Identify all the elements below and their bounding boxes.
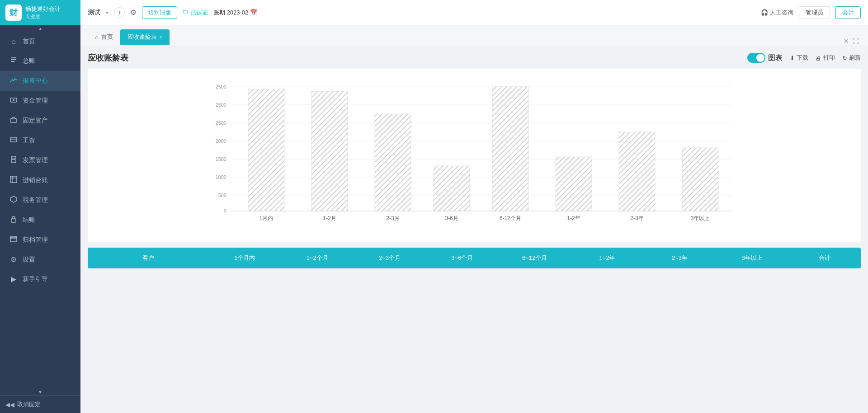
refresh-icon: ↻	[842, 55, 847, 61]
tab-close-window-icon[interactable]: ✕	[844, 38, 849, 45]
svg-rect-2	[11, 61, 14, 62]
old-version-button[interactable]: 切到旧版	[142, 6, 177, 19]
page-actions: 图表 ⬇ 下载 🖨 打印 ↻ 刷新	[747, 53, 861, 63]
download-icon: ⬇	[790, 55, 795, 61]
tab-aging-report[interactable]: 应收账龄表 ×	[120, 29, 170, 45]
assets-icon	[9, 116, 18, 125]
sidebar: 财 畅捷通好会计 专业版 ▲ ⌂ 首页 总账 报表中心 资金管理	[0, 0, 80, 413]
svg-text:1-2月: 1-2月	[323, 215, 336, 221]
download-button[interactable]: ⬇ 下载	[790, 54, 808, 62]
tab-close-icon[interactable]: ×	[160, 34, 162, 40]
svg-rect-0	[11, 57, 16, 58]
settings-icon: ⚙	[9, 255, 18, 264]
certified-badge: 🛡 已认证	[183, 9, 208, 17]
add-workspace-button[interactable]: +	[114, 7, 125, 18]
tabbar: ⌂ 首页 应收账龄表 × ✕ ⛶	[80, 25, 868, 45]
sidebar-item-settings[interactable]: ⚙ 设置	[0, 250, 80, 269]
shield-icon: 🛡	[183, 9, 189, 16]
svg-text:6-12个月: 6-12个月	[500, 215, 521, 221]
table-header-cell-5: 6~12个月	[498, 248, 571, 268]
svg-text:0: 0	[224, 208, 226, 213]
refresh-button[interactable]: ↻ 刷新	[842, 54, 861, 62]
logo-icon: 财	[5, 5, 22, 21]
sidebar-scroll-down[interactable]: ▼	[0, 389, 80, 395]
svg-rect-11	[10, 176, 17, 183]
sidebar-item-assets[interactable]: 固定资产	[0, 111, 80, 131]
page-header: 应收账龄表 图表 ⬇ 下载 🖨 打印 ↻ 刷新	[88, 52, 861, 63]
bar-3plus-year	[682, 148, 718, 211]
svg-text:2500: 2500	[216, 120, 226, 126]
closing-icon	[9, 216, 18, 225]
home-tab-icon: ⌂	[95, 34, 99, 41]
sidebar-item-sales[interactable]: 进销台账	[0, 170, 80, 190]
topbar: 测试 ▾ + ⚙ 切到旧版 🛡 已认证 账期 2023-02 📅 🎧 人工咨询 …	[80, 0, 868, 25]
workspace-chevron-icon[interactable]: ▾	[106, 9, 108, 16]
table-header-cell-4: 3~6个月	[426, 248, 498, 268]
svg-point-4	[13, 99, 14, 101]
table-header-cell-0: 客户	[88, 248, 208, 268]
chart-panel: 2500 2500 2500 2000 1500 1000 500 0	[88, 69, 861, 242]
pin-icon: ◀◀	[5, 401, 14, 408]
accountant-button[interactable]: 会计	[835, 6, 861, 19]
print-icon: 🖨	[816, 55, 821, 61]
tab-home[interactable]: ⌂ 首页	[88, 29, 120, 45]
svg-text:1500: 1500	[216, 156, 226, 162]
sidebar-item-archive[interactable]: 归档管理	[0, 230, 80, 250]
svg-text:2000: 2000	[216, 138, 226, 144]
app-logo: 财 畅捷通好会计 专业版	[0, 0, 80, 25]
sidebar-item-payroll[interactable]: 工资	[0, 131, 80, 150]
invoice-icon	[9, 156, 18, 165]
sidebar-item-closing[interactable]: 结账	[0, 210, 80, 230]
sidebar-item-tax[interactable]: 税务管理	[0, 190, 80, 210]
cancel-fixed-btn[interactable]: ◀◀ 取消固定	[0, 395, 80, 413]
page-content: 应收账龄表 图表 ⬇ 下载 🖨 打印 ↻ 刷新	[80, 45, 868, 413]
guide-icon: ▶	[9, 275, 18, 283]
svg-rect-1	[11, 59, 16, 60]
sidebar-item-ledger[interactable]: 总账	[0, 51, 80, 71]
sidebar-item-invoice[interactable]: 发票管理	[0, 150, 80, 170]
table-header-cell-2: 1~2个月	[281, 248, 354, 268]
bar-3-6month	[434, 166, 470, 211]
table-header-cell-9: 合计	[788, 248, 861, 268]
reports-icon	[9, 76, 18, 85]
archive-icon	[9, 235, 18, 244]
sidebar-item-funds[interactable]: 资金管理	[0, 91, 80, 111]
page-title: 应收账龄表	[88, 52, 128, 63]
tax-icon	[9, 196, 18, 205]
home-icon: ⌂	[9, 38, 18, 46]
svg-rect-6	[10, 137, 17, 142]
tab-expand-icon[interactable]: ⛶	[853, 38, 859, 45]
payroll-icon	[9, 136, 18, 145]
sidebar-item-home[interactable]: ⌂ 首页	[0, 32, 80, 51]
manager-button[interactable]: 管理员	[799, 6, 830, 19]
bar-chart: 2500 2500 2500 2000 1500 1000 500 0	[101, 78, 847, 231]
sidebar-item-guide[interactable]: ▶ 新手引导	[0, 269, 80, 289]
gear-icon[interactable]: ⚙	[130, 8, 137, 17]
sidebar-item-reports[interactable]: 报表中心	[0, 71, 80, 91]
chart-toggle-label: 图表	[768, 53, 783, 63]
chart-toggle[interactable]	[747, 53, 765, 63]
svg-rect-15	[11, 219, 16, 222]
svg-text:1-2年: 1-2年	[567, 215, 580, 221]
svg-text:500: 500	[218, 192, 226, 198]
svg-text:1月内: 1月内	[259, 215, 274, 221]
svg-text:3-6月: 3-6月	[445, 215, 458, 221]
workspace-name: 测试	[88, 9, 100, 17]
bar-2-3month	[375, 114, 411, 211]
bar-1-2year	[556, 157, 592, 211]
svg-text:2-3年: 2-3年	[630, 215, 643, 221]
ledger-icon	[9, 56, 18, 66]
svg-text:2500: 2500	[216, 102, 226, 108]
svg-marker-14	[10, 196, 17, 202]
table-header-cell-6: 1~2年	[571, 248, 643, 268]
table-header-cell-1: 1个月内	[208, 248, 281, 268]
sidebar-scroll-up[interactable]: ▲	[0, 25, 80, 32]
sidebar-nav: ⌂ 首页 总账 报表中心 资金管理 固定资产	[0, 32, 80, 389]
table-header: 客户1个月内1~2个月2~3个月3~6个月6~12个月1~2年2~3年3年以上合…	[88, 248, 861, 268]
svg-text:2500: 2500	[216, 84, 226, 89]
table-header-cell-3: 2~3个月	[354, 248, 426, 268]
print-button[interactable]: 🖨 打印	[816, 54, 835, 62]
table-panel: 客户1个月内1~2个月2~3个月3~6个月6~12个月1~2年2~3年3年以上合…	[88, 248, 861, 268]
bar-1-2month	[311, 91, 348, 211]
consult-button[interactable]: 🎧 人工咨询	[761, 9, 793, 17]
